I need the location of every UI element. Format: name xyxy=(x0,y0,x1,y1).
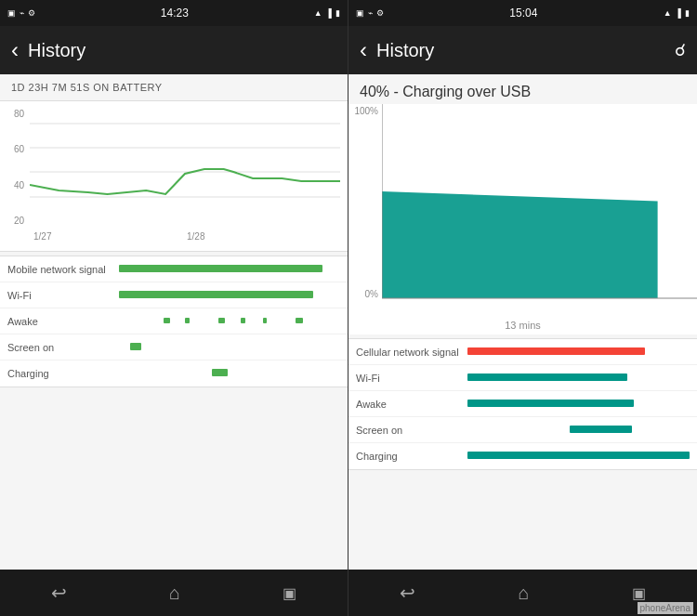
large-chart-svg xyxy=(382,104,697,318)
signal-bar-screen xyxy=(130,343,141,350)
large-chart-container: 100% 0% 13 mins xyxy=(348,104,697,334)
status-icons-right-right: ▲ ▐ ▮ xyxy=(664,8,690,18)
signal-row-charging-right: Charging xyxy=(348,443,697,469)
usb-icon-right: ⌁ xyxy=(368,8,373,18)
signal-label-mobile: Mobile network signal xyxy=(7,264,119,275)
signal-icon-left: ▐ xyxy=(326,8,332,18)
signal-label-cellular: Cellular network signal xyxy=(356,347,467,358)
signal-bar-container-awake xyxy=(119,317,340,326)
signal-label-charging-right: Charging xyxy=(356,451,467,462)
signal-bar-awake-3 xyxy=(218,318,225,323)
status-icons-left-right: ▣ ⌁ ⚙ xyxy=(356,8,384,18)
home-nav-right[interactable]: ⌂ xyxy=(503,575,544,611)
sim-icon-right: ▣ xyxy=(356,8,364,18)
signal-section-right: Cellular network signal Wi-Fi Awake xyxy=(348,338,697,470)
header-left: ‹ History xyxy=(0,26,348,74)
large-y-axis: 100% 0% xyxy=(348,104,382,318)
large-chart-area xyxy=(382,104,697,318)
signal-row-charging: Charging xyxy=(0,360,348,387)
wifi-icon-left: ▲ xyxy=(314,8,322,18)
left-panel: ▣ ⌁ ⚙ 14:23 ▲ ▐ ▮ ‹ History 1D 23H 7M 51… xyxy=(0,0,348,616)
signal-bar-container-wifi-right xyxy=(467,374,690,383)
signal-section-left: Mobile network signal Wi-Fi Awake xyxy=(0,256,348,387)
header-right: ‹ History ☌ xyxy=(348,26,697,74)
content-left: 1D 23H 7M 51S ON BATTERY 80 60 40 20 xyxy=(0,74,348,570)
page-title-left: History xyxy=(28,40,336,61)
back-button-left[interactable]: ‹ xyxy=(11,37,19,63)
date-labels: 1/27 1/28 xyxy=(4,229,344,243)
battery-chart-container: 80 60 40 20 1/27 1/28 xyxy=(0,100,348,252)
status-time-left: 14:23 xyxy=(161,7,189,20)
signal-bar-awake-6 xyxy=(296,318,302,323)
wifi-icon-right: ▲ xyxy=(664,8,672,18)
signal-label-charging: Charging xyxy=(7,368,119,379)
signal-label-awake: Awake xyxy=(7,316,119,327)
large-y-label-100: 100% xyxy=(354,106,378,116)
y-axis-left: 80 60 40 20 xyxy=(6,109,24,229)
status-icons-right-left: ▲ ▐ ▮ xyxy=(314,8,340,18)
signal-bar-awake-2 xyxy=(185,318,190,323)
usb-icon: ⌁ xyxy=(20,8,24,18)
battery-svg xyxy=(30,109,340,229)
home-nav-left[interactable]: ⌂ xyxy=(154,575,195,611)
signal-label-screen: Screen on xyxy=(7,342,119,353)
signal-bar-charging-right xyxy=(467,452,690,459)
right-panel: ▣ ⌁ ⚙ 15:04 ▲ ▐ ▮ ‹ History ☌ 40% - Char… xyxy=(348,0,697,616)
signal-bar-container-charging-right xyxy=(467,452,690,461)
y-label-80: 80 xyxy=(6,109,24,119)
status-time-right: 15:04 xyxy=(509,7,537,20)
signal-bar-awake-right xyxy=(467,400,634,407)
signal-bar-wifi xyxy=(119,291,313,298)
signal-bar-container-mobile xyxy=(119,265,340,274)
signal-bar-container-screen xyxy=(119,343,340,352)
recents-nav-left[interactable]: ▣ xyxy=(268,577,311,609)
y-label-40: 40 xyxy=(6,180,24,190)
signal-bar-container-awake-right xyxy=(467,400,690,409)
back-nav-left[interactable]: ↩ xyxy=(36,574,82,611)
signal-label-wifi: Wi-Fi xyxy=(7,290,119,301)
signal-label-awake-right: Awake xyxy=(356,399,467,410)
signal-row-screen: Screen on xyxy=(0,334,348,360)
signal-bar-charging xyxy=(212,369,228,376)
status-bar-left: ▣ ⌁ ⚙ 14:23 ▲ ▐ ▮ xyxy=(0,0,348,26)
battery-chart: 80 60 40 20 xyxy=(30,109,340,229)
charging-title: 40% - Charging over USB xyxy=(348,74,697,104)
status-icons-left: ▣ ⌁ ⚙ xyxy=(7,8,35,18)
signal-bar-container-wifi xyxy=(119,291,340,300)
signal-bar-container-cellular xyxy=(467,347,690,357)
signal-row-screen-right: Screen on xyxy=(348,417,697,443)
sim-icon: ▣ xyxy=(7,8,16,18)
fork-icon-right: ⚙ xyxy=(376,8,384,18)
signal-bar-awake-5 xyxy=(263,318,268,323)
bottom-nav-left: ↩ ⌂ ▣ xyxy=(0,570,348,616)
watermark: phoneArena xyxy=(638,602,694,614)
signal-row-wifi-right: Wi-Fi xyxy=(348,365,697,391)
page-title-right: History xyxy=(376,40,665,61)
date-label-127: 1/27 xyxy=(33,231,51,242)
content-right: 40% - Charging over USB 100% 0% xyxy=(348,74,697,570)
search-icon-right[interactable]: ☌ xyxy=(675,40,686,60)
back-nav-right[interactable]: ↩ xyxy=(385,574,430,611)
signal-bar-mobile xyxy=(119,265,322,272)
signal-label-screen-right: Screen on xyxy=(356,425,467,436)
signal-row-wifi: Wi-Fi xyxy=(0,282,348,308)
signal-bar-cellular xyxy=(467,347,645,355)
signal-bar-awake-4 xyxy=(241,318,245,323)
battery-icon-left: ▮ xyxy=(335,8,340,18)
signal-row-cellular: Cellular network signal xyxy=(348,339,697,365)
fork-icon: ⚙ xyxy=(28,8,35,18)
signal-row-awake: Awake xyxy=(0,308,348,334)
signal-row-awake-right: Awake xyxy=(348,391,697,417)
signal-bar-container-charging xyxy=(119,369,340,378)
large-y-label-0: 0% xyxy=(365,289,378,299)
back-button-right[interactable]: ‹ xyxy=(360,37,367,63)
signal-icon-right: ▐ xyxy=(676,8,681,18)
signal-bar-awake-1 xyxy=(164,318,170,323)
signal-bar-screen-right xyxy=(570,426,632,433)
y-label-20: 20 xyxy=(6,216,24,226)
svg-marker-4 xyxy=(382,191,658,298)
x-label: 13 mins xyxy=(348,318,697,334)
date-label-128: 1/28 xyxy=(187,231,204,242)
battery-info-left: 1D 23H 7M 51S ON BATTERY xyxy=(0,74,348,100)
y-label-60: 60 xyxy=(6,144,24,154)
